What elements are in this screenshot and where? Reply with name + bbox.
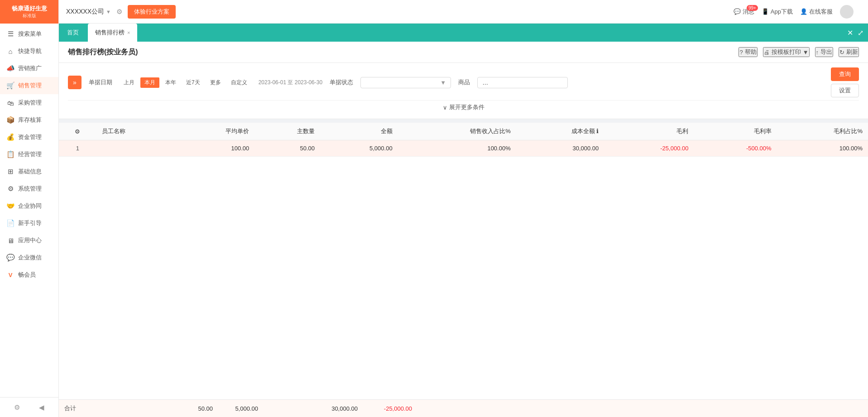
logo-title: 畅康通好生意 [12,5,47,13]
table-wrapper: ⚙ 员工名称 平均单价 主数量 全额 销售收入占比% 成本全额 ℹ 毛利 毛利率… [59,123,868,399]
sidebar-item-system-mgmt[interactable]: ⚙ 系统管理 [0,180,58,197]
footer-cell-qty: 50.00 [182,405,218,412]
goods-input[interactable]: … [477,77,568,88]
topbar-gear-icon[interactable]: ⚙ [116,8,122,16]
cell-rank: 1 [59,140,96,157]
sidebar-item-label: 库存核算 [18,116,42,124]
sidebar-item-enterprise-wechat[interactable]: 💬 企业微信 [0,249,58,266]
filter-expand-icon-btn[interactable]: » [68,76,82,89]
footer-cell-gross-pct [463,405,508,412]
sidebar-item-quick-nav[interactable]: ⌂ 快捷导航 [0,43,58,60]
cell-gross-rate: -500.00% [694,140,777,157]
help-btn[interactable]: ? 帮助 [739,47,757,57]
th-settings[interactable]: ⚙ [59,123,96,140]
sidebar-item-finance[interactable]: 💰 资金管理 [0,129,58,146]
export-btn[interactable]: ↑ 导出 [815,47,834,57]
footer-cells: 50.00 5,000.00 30,000.00 -25,000.00 [137,405,863,412]
topbar-avatar[interactable] [840,5,854,19]
trial-plan-button[interactable]: 体验行业方案 [128,5,176,19]
sidebar-item-enterprise-collab[interactable]: 🤝 企业协同 [0,197,58,215]
basic-info-icon: ⊞ [6,168,14,176]
cell-gross-pct: 100.00% [777,140,868,157]
sidebar-item-operations[interactable]: 📋 经营管理 [0,146,58,163]
system-icon: ⚙ [6,185,14,193]
goods-label: 商品 [458,78,470,86]
data-table: ⚙ 员工名称 平均单价 主数量 全额 销售收入占比% 成本全额 ℹ 毛利 毛利率… [59,123,868,157]
window-expand-btn[interactable]: ⤢ [858,29,863,37]
footer-cell-cost-amount: 30,000.00 [309,405,363,412]
table-area: ⚙ 员工名称 平均单价 主数量 全额 销售收入占比% 成本全额 ℹ 毛利 毛利率… [59,123,868,417]
cell-avg-price: 100.00 [176,140,255,157]
sidebar-item-label: 营销推广 [18,64,42,72]
operations-icon: 📋 [6,150,14,158]
topbar-app-download-btn[interactable]: 📱 App下载 [762,8,793,16]
sidebar-item-label: 系统管理 [18,185,42,193]
footer-cell-amount: 5,000.00 [218,405,264,412]
th-gross-rate: 毛利率 [694,123,777,140]
sidebar-item-label: 采购管理 [18,99,42,107]
expand-more-icon: ∨ [443,104,447,111]
settings-button[interactable]: 设置 [831,84,859,97]
page-header: 销售排行榜(按业务员) ? 帮助 🖨 按模板打印 ▼ ↑ 导出 ↻ 刷新 [59,42,868,63]
tab-home[interactable]: 首页 [59,24,87,42]
app-label: App下载 [771,8,793,16]
footer-total-label: 合计 [64,404,137,412]
cell-amount: 5,000.00 [320,140,398,157]
date-tab-this-month[interactable]: 本月 [140,77,159,88]
refresh-icon: ↻ [839,49,844,56]
tab-close-icon[interactable]: × [127,30,130,35]
date-tab-7days[interactable]: 近7天 [182,77,204,88]
sidebar-item-purchase-mgmt[interactable]: 🛍 采购管理 [0,94,58,111]
sidebar-item-label: 应用中心 [18,236,42,244]
date-tab-more[interactable]: 更多 [206,77,225,88]
home-tab-label: 首页 [67,29,79,37]
topbar-online-service-btn[interactable]: 👤 在线客服 [800,8,833,16]
expand-more-row: ∨ 展开更多条件 [68,100,859,114]
date-tab-this-year[interactable]: 本年 [161,77,180,88]
sidebar-item-sales-mgmt[interactable]: 🛒 销售管理 [0,77,58,94]
date-tab-last-month[interactable]: 上月 [120,77,139,88]
sidebar-logo: 畅康通好生意 标准版 [0,0,58,24]
filter-row-1: » 单据日期 上月 本月 本年 近7天 更多 自定义 2023-06-01 至 … [68,67,859,97]
sidebar-item-label: 资金管理 [18,133,42,141]
sidebar-item-vip-member[interactable]: V 畅会员 [0,266,58,283]
table-row: 1 100.00 50.00 5,000.00 100.00% 30,000.0… [59,140,868,157]
date-tab-custom[interactable]: 自定义 [227,77,251,88]
sidebar-item-app-center[interactable]: 🖥 应用中心 [0,232,58,249]
sidebar-item-basic-info[interactable]: ⊞ 基础信息 [0,163,58,180]
home-icon: ⌂ [6,48,14,55]
sidebar-settings-btn[interactable]: ⚙ [14,403,20,412]
print-dropdown-arrow: ▼ [803,49,809,56]
expand-more-label: 展开更多条件 [449,103,484,111]
sidebar-item-search-order[interactable]: ☰ 搜索菜单 [0,25,58,43]
template-print-btn[interactable]: 🖨 按模板打印 ▼ [763,47,810,57]
query-button[interactable]: 查询 [831,67,859,81]
sidebar-item-inventory[interactable]: 📦 库存核算 [0,111,58,129]
filter-date-tabs: 上月 本月 本年 近7天 更多 自定义 [120,77,251,88]
topbar-message-btn[interactable]: 💬 消息 99+ [734,8,754,16]
th-employee: 员工名称 [96,123,176,140]
th-sales-pct: 销售收入占比% [398,123,516,140]
footer-cell-sales-pct [264,405,309,412]
goods-placeholder: … [482,79,488,86]
sidebar-item-marketing[interactable]: 📣 营销推广 [0,60,58,77]
logo-sub: 标准版 [23,13,36,19]
cell-employee [96,140,176,157]
th-amount: 全额 [320,123,398,140]
sidebar-item-label: 企业协同 [18,202,42,210]
table-footer: 合计 50.00 5,000.00 30,000.00 -25,000.00 [59,399,868,417]
sidebar-item-new-guide[interactable]: 📄 新手引导 [0,215,58,232]
topbar-company[interactable]: XXXXXX公司 ▼ [66,8,111,16]
expand-more-btn[interactable]: ∨ 展开更多条件 [443,103,484,111]
tab-sales-ranking[interactable]: 销售排行榜 × [88,24,137,42]
refresh-btn[interactable]: ↻ 刷新 [839,47,859,57]
sidebar-collapse-btn[interactable]: ◀ [39,403,44,412]
doc-status-arrow: ▼ [440,79,446,86]
doc-status-label: 单据状态 [330,78,353,86]
cell-cost-amount: 30,000.00 [516,140,604,157]
app-icon: 📱 [762,8,769,15]
sales-icon: 🛒 [6,81,14,90]
doc-status-select[interactable]: ▼ [360,77,451,88]
wechat-icon: 💬 [6,254,14,262]
window-close-btn[interactable]: ✕ [847,29,853,37]
